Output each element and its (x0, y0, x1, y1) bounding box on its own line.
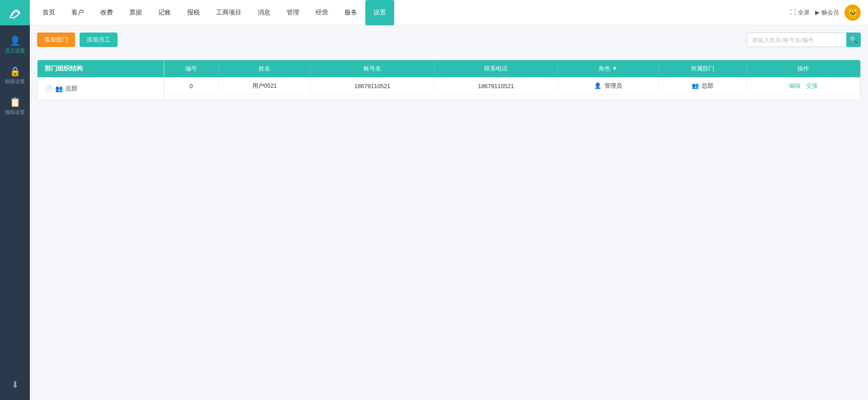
nav-item-bookkeeping[interactable]: 记账 (150, 0, 179, 25)
dept-person-icon2: 👥 (692, 82, 699, 89)
fullscreen-icon: ⛶ (790, 9, 796, 16)
cell-dept-label: 总部 (702, 82, 713, 89)
role-person-icon: 👤 (594, 82, 601, 89)
emp-table: 编号 姓名 账号名 联系电话 角色 ▼ 所属部门 操作 0 用户0521 (164, 60, 860, 100)
sidebar-item-tax-label: 报税设置 (5, 109, 25, 116)
top-navigation: 首页 客户 收费 票据 记账 报税 工商项目 消息 管理 经营 服务 设置 ⛶ … (0, 0, 868, 25)
vip-icon: ▶ (815, 9, 820, 16)
cell-dept: 👥 总部 (658, 77, 746, 95)
nav-right: ⛶ 全屏 ▶ 畅会员 🐱 (790, 5, 868, 21)
col-phone: 联系电话 (434, 60, 557, 77)
nav-item-message[interactable]: 消息 (250, 0, 278, 25)
avatar[interactable]: 🐱 (844, 5, 861, 21)
fullscreen-button[interactable]: ⛶ 全屏 (790, 9, 810, 17)
table-body: 0 用户0521 18679110521 18679110521 👤 管理员 👥… (164, 77, 860, 95)
add-dept-button[interactable]: 添加部门 (37, 33, 75, 47)
vip-label: 畅会员 (821, 9, 839, 17)
search-row: 🔍 (747, 33, 861, 47)
sidebar-item-tax-settings[interactable]: 📋 报税设置 (0, 91, 30, 122)
table-head: 编号 姓名 账号名 联系电话 角色 ▼ 所属部门 操作 (164, 60, 860, 77)
dept-tree-header: 部门组织结构 (38, 60, 164, 77)
button-row: 添加部门 添加员工 (37, 33, 118, 47)
col-account: 账号名 (311, 60, 434, 77)
cell-role-label: 管理员 (604, 82, 622, 89)
vip-button[interactable]: ▶ 畅会员 (815, 9, 839, 17)
main-content: 添加部门 添加员工 🔍 部门组织结构 📄 👥 总部 (30, 25, 868, 400)
sidebar-item-employee-label: 员工设置 (5, 47, 25, 54)
sidebar-item-permission[interactable]: 🔒 权限设置 (0, 61, 30, 91)
dept-tree: 部门组织结构 📄 👥 总部 (38, 60, 164, 100)
nav-item-service[interactable]: 服务 (336, 0, 365, 25)
avatar-icon: 🐱 (848, 8, 858, 18)
sidebar: 👤 员工设置 🔒 权限设置 📋 报税设置 ⬇ (0, 25, 30, 400)
cell-account: 18679110521 (311, 77, 434, 95)
dept-person-icon: 👥 (55, 85, 63, 92)
layout: 👤 员工设置 🔒 权限设置 📋 报税设置 ⬇ 添加部门 添加员工 (0, 25, 868, 400)
dept-item-label: 总部 (66, 85, 77, 93)
search-button[interactable]: 🔍 (846, 33, 861, 47)
cell-phone: 18679110521 (434, 77, 557, 95)
tax-settings-icon: 📋 (9, 98, 21, 107)
top-bar: 添加部门 添加员工 🔍 (37, 33, 861, 53)
nav-item-billing[interactable]: 收费 (92, 0, 121, 25)
col-id: 编号 (164, 60, 218, 77)
nav-item-invoice[interactable]: 票据 (121, 0, 150, 25)
sidebar-item-employee[interactable]: 👤 员工设置 (0, 30, 30, 61)
nav-item-business[interactable]: 工商项目 (208, 0, 250, 25)
nav-item-tax[interactable]: 报税 (179, 0, 208, 25)
nav-item-home[interactable]: 首页 (34, 0, 63, 25)
logo[interactable] (0, 0, 30, 25)
search-input[interactable] (747, 33, 846, 47)
sidebar-bottom: ⬇ (0, 374, 30, 400)
permission-icon: 🔒 (9, 67, 21, 76)
fullscreen-label: 全屏 (798, 9, 810, 17)
edit-link[interactable]: 编辑 (789, 82, 801, 89)
sidebar-item-permission-label: 权限设置 (5, 78, 25, 85)
file-icon: 📄 (45, 85, 52, 92)
nav-item-operations[interactable]: 经营 (307, 0, 336, 25)
nav-item-management[interactable]: 管理 (278, 0, 307, 25)
dept-tree-body: 📄 👥 总部 (38, 77, 164, 100)
nav-items: 首页 客户 收费 票据 记账 报税 工商项目 消息 管理 经营 服务 设置 (30, 0, 790, 25)
col-action: 操作 (747, 60, 860, 77)
cell-role: 👤 管理员 (558, 77, 659, 95)
cell-id: 0 (164, 77, 218, 95)
table-row: 0 用户0521 18679110521 18679110521 👤 管理员 👥… (164, 77, 860, 95)
sidebar-download[interactable]: ⬇ (0, 374, 30, 395)
col-name: 姓名 (218, 60, 311, 77)
col-dept: 所属部门 (658, 60, 746, 77)
add-emp-button[interactable]: 添加员工 (80, 33, 118, 47)
cell-name: 用户0521 (218, 77, 311, 95)
employee-table: 编号 姓名 账号名 联系电话 角色 ▼ 所属部门 操作 0 用户0521 (164, 60, 860, 95)
nav-item-settings[interactable]: 设置 (365, 0, 394, 25)
search-icon: 🔍 (849, 36, 858, 44)
handover-link[interactable]: 交接 (806, 82, 818, 89)
nav-item-customer[interactable]: 客户 (63, 0, 92, 25)
employee-icon: 👤 (9, 36, 21, 45)
content-area: 部门组织结构 📄 👥 总部 编号 姓名 账号名 (37, 60, 861, 100)
col-role[interactable]: 角色 ▼ (558, 60, 659, 77)
dept-item-headquarter[interactable]: 📄 👥 总部 (43, 82, 158, 95)
cell-actions: 编辑 交接 (747, 77, 860, 95)
download-icon: ⬇ (11, 380, 19, 389)
